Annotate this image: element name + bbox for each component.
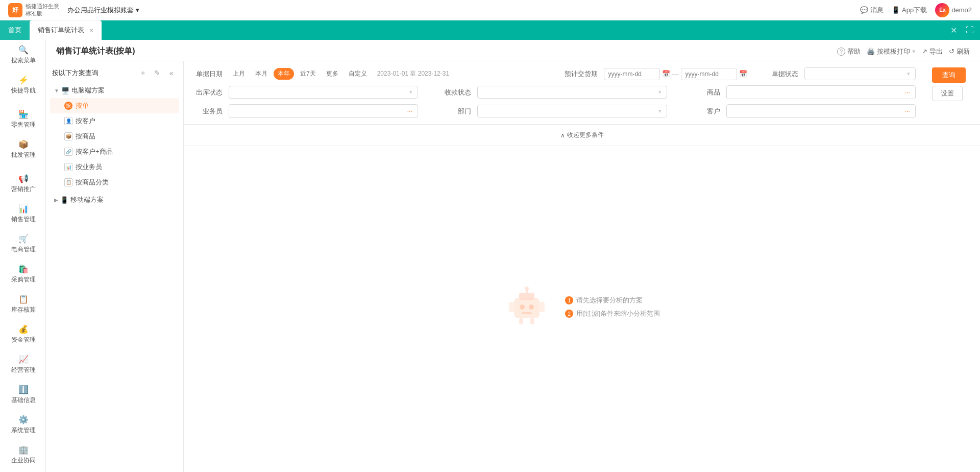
mobile-scheme-icon: 📱 [60,196,68,204]
scheme-item-by-order[interactable]: 按 按单 [50,98,179,113]
scheme-group-desktop-header[interactable]: ▼ 🖥️ 电脑端方案 [50,83,179,98]
this-year-btn[interactable]: 本年 [274,68,294,80]
dept-select[interactable]: ▾ [477,105,667,117]
scheme-item-by-product[interactable]: 📦 按商品 [50,129,179,144]
sidebar-item-operations[interactable]: 📈 经营管理 [0,349,45,380]
receive-status-select[interactable]: ▾ [477,86,667,99]
refresh-icon: ↺ [949,48,954,55]
scheme-item-by-prod-category[interactable]: 📋 按商品分类 [50,175,179,190]
sidebar-item-enterprise[interactable]: 🏢 企业协同 [0,440,45,470]
sidebar-item-ecommerce[interactable]: 🛒 电商管理 [0,229,45,259]
sidebar-item-newguide[interactable]: 🎯 新手引导 [0,470,45,472]
query-button[interactable]: 查询 [932,67,966,83]
doc-status-select[interactable]: ▾ [804,67,916,80]
sidebar-item-system[interactable]: ⚙️ 系统管理 [0,410,45,440]
collapse-bar: ∧ 收起更多条件 [184,125,980,146]
nav-actions: ✕ ⛶ [947,24,980,36]
svg-point-2 [520,304,525,310]
sidebar-item-retail[interactable]: 🏪 零售管理 [0,104,45,134]
salesperson-select[interactable]: ··· [229,104,418,118]
page-actions: ? 帮助 🖨️ 按模板打印 ▾ ↗ 导出 ↺ 刷新 [837,47,970,56]
help-icon: ? [837,48,845,56]
system-icon: ⚙️ [18,415,29,424]
sidebar-item-sales[interactable]: 📊 销售管理 [0,199,45,229]
finance-icon: 💰 [18,324,29,334]
expand-icon-mobile: ▶ [54,197,58,203]
app-download-action[interactable]: 📱 App下载 [892,6,927,15]
predict-date-from[interactable] [604,68,660,80]
maximize-icon[interactable]: ⛶ [964,24,976,36]
chevron-down-icon: ▾ [912,48,916,55]
left-panel-header: 按以下方案查询 ＋ ✎ « [46,65,183,83]
empty-state: 1 请先选择要分析的方案 2 用[过滤]条件来缩小分析范围 [184,146,980,472]
custom-btn[interactable]: 自定义 [345,68,371,80]
settings-button[interactable]: 设置 [932,86,963,101]
sidebar-item-marketing[interactable]: 📢 营销推广 [0,169,45,199]
more-btn[interactable]: 更多 [322,68,342,80]
print-icon: 🖨️ [867,48,875,55]
edit-scheme-btn[interactable]: ✎ [152,67,163,79]
filter-row-person: 业务员 ··· 部门 ▾ 客户 [192,104,916,118]
sidebar-item-finance[interactable]: 💰 资金管理 [0,319,45,349]
template-print-action[interactable]: 🖨️ 按模板打印 ▾ [867,47,916,56]
left-panel-tools: ＋ ✎ « [137,67,177,79]
sales-icon: 📊 [18,204,29,214]
help-action[interactable]: ? 帮助 [837,47,861,56]
sidebar: 🔍 搜索菜单 ⚡ 快捷导航 🏪 零售管理 📦 批发管理 📢 营销推广 📊 销售管… [0,40,46,472]
right-panel: 单据日期 上月 本月 本年 近7天 更多 自定义 [184,61,980,472]
scheme-group-mobile: ▶ 📱 移动端方案 [50,192,179,207]
sidebar-item-inventory[interactable]: 📋 库存核算 [0,289,45,319]
svg-point-3 [529,304,534,310]
tab-sales-stat[interactable]: 销售订单统计表 ✕ [30,20,102,40]
scheme-item-by-customer[interactable]: 👤 按客户 [50,113,179,129]
logo-text: 畅捷通好生意 标准版 [26,3,59,16]
sidebar-item-basics[interactable]: ℹ️ 基础信息 [0,380,45,410]
tab-close-icon[interactable]: ✕ [89,28,93,33]
user-action[interactable]: Ea demo2 [935,3,972,17]
last7-btn[interactable]: 近7天 [296,68,320,80]
this-month-btn[interactable]: 本月 [251,68,272,80]
nav-tabs: 首页 销售订单统计表 ✕ ✕ ⛶ [0,20,980,40]
close-window-icon[interactable]: ✕ [947,24,960,36]
logo-icon: 好 [8,3,22,17]
left-panel: 按以下方案查询 ＋ ✎ « ▼ 🖥️ 电脑端方案 [46,61,184,472]
filter-main: 单据日期 上月 本月 本年 近7天 更多 自定义 [184,61,924,124]
refresh-action[interactable]: ↺ 刷新 [949,47,970,56]
customer-select[interactable]: ··· [726,104,916,118]
predict-date-to[interactable] [681,68,737,80]
tip-num-1: 1 [565,296,573,304]
chevron-down-icon: ▾ [136,6,139,14]
sidebar-item-search[interactable]: 🔍 搜索菜单 [0,40,45,70]
app-selector[interactable]: 办公用品行业模拟账套 ▾ [63,4,143,17]
filter-row-status: 出库状态 ▾ 收款状态 ▾ 商品 [192,85,916,99]
export-action[interactable]: ↗ 导出 [922,47,943,56]
empty-robot-illustration [504,282,550,336]
collapse-up-icon: ∧ [560,132,565,139]
filter-row-date: 单据日期 上月 本月 本年 近7天 更多 自定义 [192,67,916,80]
sidebar-item-wholesale[interactable]: 📦 批发管理 [0,134,45,164]
content-area: 销售订单统计表(按单) ? 帮助 🖨️ 按模板打印 ▾ ↗ 导出 ↺ 刷新 [46,40,980,472]
collapse-panel-btn[interactable]: « [166,67,177,79]
prev-month-btn[interactable]: 上月 [229,68,249,80]
ship-status-select[interactable]: ▾ [229,86,418,99]
receive-status-chevron: ▾ [658,89,662,96]
date-filter: 上月 本月 本年 近7天 更多 自定义 [229,68,371,80]
enterprise-icon: 🏢 [18,445,29,455]
scheme-group-mobile-header[interactable]: ▶ 📱 移动端方案 [50,192,179,207]
sidebar-item-quicknav[interactable]: ⚡ 快捷导航 [0,70,45,100]
dept-chevron: ▾ [658,108,662,114]
sidebar-item-purchase[interactable]: 🛍️ 采购管理 [0,259,45,289]
ecommerce-icon: 🛒 [18,234,29,244]
message-action[interactable]: 💬 消息 [860,6,884,15]
dept-label: 部门 [440,107,471,116]
svg-rect-8 [530,318,534,324]
add-scheme-btn[interactable]: ＋ [137,67,149,79]
collapse-button[interactable]: ∧ 收起更多条件 [554,129,610,141]
scheme-item-by-salesperson[interactable]: 📊 按业务员 [50,159,179,175]
page-header: 销售订单统计表(按单) ? 帮助 🖨️ 按模板打印 ▾ ↗ 导出 ↺ 刷新 [46,40,980,61]
product-select[interactable]: ··· [726,85,916,99]
customer-label: 客户 [690,107,720,116]
doc-status-chevron: ▾ [907,70,910,77]
tab-home[interactable]: 首页 [0,20,30,40]
scheme-item-by-cust-prod[interactable]: 🔗 按客户+商品 [50,144,179,159]
